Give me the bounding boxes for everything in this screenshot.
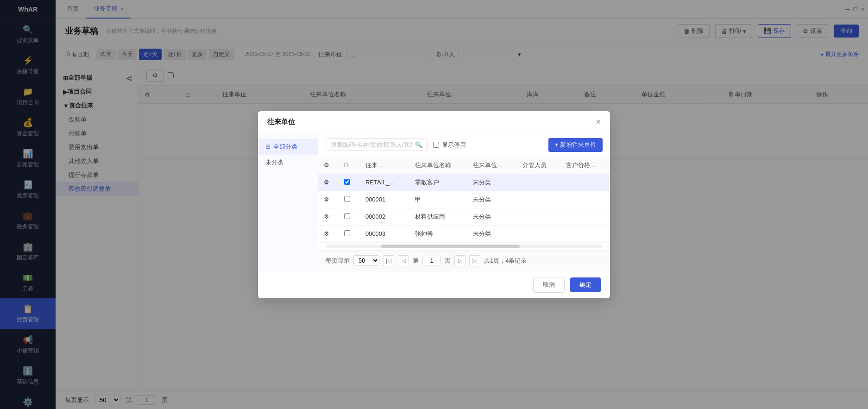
show-disabled-label[interactable]: 显示停用 — [433, 141, 466, 149]
row-price-cell — [560, 191, 610, 208]
row-name-cell: 零散客户 — [409, 174, 468, 191]
page-label: 第 — [413, 257, 419, 265]
show-disabled-text: 显示停用 — [442, 141, 466, 149]
modal-body: ⊞ 全部分类 未分类 🔍 显示停用 — [258, 133, 610, 271]
modal-sidebar: ⊞ 全部分类 未分类 — [258, 133, 318, 271]
modal-counterpart: 往来单位 × ⊞ 全部分类 未分类 🔍 — [258, 111, 610, 298]
modal-counterpart-table: ⚙ □ 往来... 往来单位名称 往来单位... 分管人员 客户价格... ⚙ — [318, 157, 610, 243]
modal-title: 往来单位 — [267, 118, 295, 126]
page-last-button[interactable]: ▷| — [469, 255, 480, 266]
scrollbar-indicator[interactable] — [326, 245, 603, 248]
row-check-cell[interactable] — [339, 208, 360, 225]
modal-table-row[interactable]: ⚙ 000002 材料供应商 未分类 — [318, 208, 610, 225]
modal-sidebar-all[interactable]: ⊞ 全部分类 — [258, 139, 318, 155]
row-manager-cell — [517, 191, 560, 208]
modal-main: 🔍 显示停用 + 新增往来单位 ⚙ □ — [318, 133, 610, 271]
modal-search-input[interactable] — [331, 141, 412, 148]
row-check-cell[interactable] — [339, 225, 360, 242]
row-manager-cell — [517, 225, 560, 242]
row-category-cell: 未分类 — [467, 225, 517, 242]
modal-search-box: 🔍 — [326, 138, 428, 151]
row-settings-cell: ⚙ — [318, 174, 339, 191]
modal-table-wrapper: ⚙ □ 往来... 往来单位名称 往来单位... 分管人员 客户价格... ⚙ — [318, 157, 610, 243]
cancel-button[interactable]: 取消 — [533, 277, 565, 293]
scrollbar-thumb — [381, 245, 520, 248]
page-first-button[interactable]: |◁ — [383, 255, 394, 266]
row-code-cell: 000003 — [360, 225, 409, 242]
search-icon: 🔍 — [415, 141, 422, 148]
modal-table-row[interactable]: ⚙ 000001 甲 未分类 — [318, 191, 610, 208]
row-settings-cell: ⚙ — [318, 208, 339, 225]
modal-col-check: □ — [339, 157, 360, 174]
page-next-button[interactable]: ▷ — [454, 255, 465, 266]
row-manager-cell — [517, 208, 560, 225]
page-input[interactable] — [422, 256, 441, 265]
modal-header: 往来单位 × — [258, 111, 610, 133]
row-name-cell: 甲 — [409, 191, 468, 208]
row-category-cell: 未分类 — [467, 174, 517, 191]
row-code-cell: 000002 — [360, 208, 409, 225]
total-info: 共1页，4条记录 — [484, 257, 527, 265]
modal-table-row[interactable]: ⚙ 000003 张帅傅 未分类 — [318, 225, 610, 242]
page-prev-button[interactable]: ◁ — [398, 255, 409, 266]
modal-col-manager: 分管人员 — [517, 157, 560, 174]
per-page-label: 每页显示 — [326, 257, 350, 265]
add-counterpart-button[interactable]: + 新增往来单位 — [548, 138, 603, 152]
modal-pagination: 每页显示 50 100 |◁ ◁ 第 页 ▷ ▷| 共1页，4条记录 — [318, 250, 610, 271]
show-disabled-checkbox[interactable] — [433, 142, 439, 148]
row-price-cell — [560, 174, 610, 191]
modal-overlay: 往来单位 × ⊞ 全部分类 未分类 🔍 — [0, 0, 868, 409]
modal-col-settings: ⚙ — [318, 157, 339, 174]
row-name-cell: 张帅傅 — [409, 225, 468, 242]
page-suffix: 页 — [445, 257, 451, 265]
row-name-cell: 材料供应商 — [409, 208, 468, 225]
modal-col-name: 往来单位名称 — [409, 157, 468, 174]
modal-col-price: 客户价格... — [560, 157, 610, 174]
row-settings-cell: ⚙ — [318, 191, 339, 208]
modal-table-row[interactable]: ⚙ RETAIL_... 零散客户 未分类 — [318, 174, 610, 191]
row-code-cell: 000001 — [360, 191, 409, 208]
modal-sidebar-unclassified[interactable]: 未分类 — [258, 155, 318, 170]
row-code-cell: RETAIL_... — [360, 174, 409, 191]
modal-close-button[interactable]: × — [596, 118, 601, 126]
row-category-cell: 未分类 — [467, 191, 517, 208]
modal-sidebar-unclassified-label: 未分类 — [265, 158, 283, 167]
modal-col-code: 往来... — [360, 157, 409, 174]
row-settings-cell: ⚙ — [318, 225, 339, 242]
modal-col-category: 往来单位... — [467, 157, 517, 174]
row-category-cell: 未分类 — [467, 208, 517, 225]
row-price-cell — [560, 225, 610, 242]
modal-footer: 取消 确定 — [258, 271, 610, 298]
per-page-select[interactable]: 50 100 — [353, 255, 379, 266]
row-check-cell[interactable] — [339, 174, 360, 191]
confirm-button[interactable]: 确定 — [570, 277, 601, 292]
row-manager-cell — [517, 174, 560, 191]
row-price-cell — [560, 208, 610, 225]
row-check-cell[interactable] — [339, 191, 360, 208]
modal-toolbar: 🔍 显示停用 + 新增往来单位 — [318, 133, 610, 157]
modal-sidebar-all-label: 全部分类 — [273, 143, 297, 151]
grid-icon: ⊞ — [265, 143, 270, 150]
